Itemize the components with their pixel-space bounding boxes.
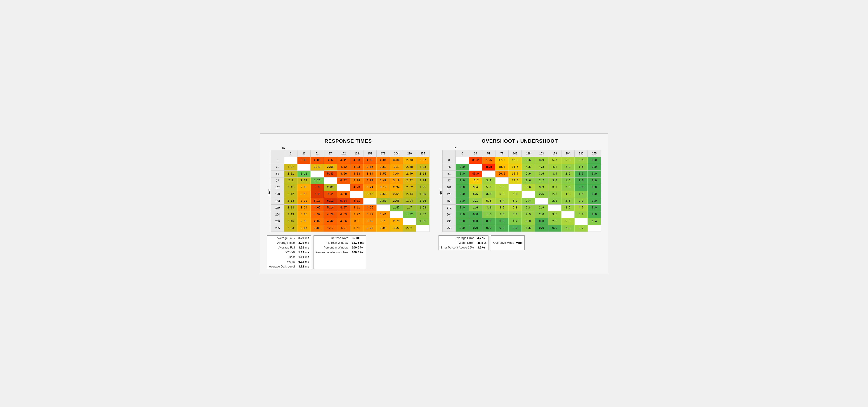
- table-cell: 3.19: [377, 184, 390, 191]
- rt-refresh-box: Refresh Rate85 HzRefresh Window11.76 msP…: [313, 236, 366, 269]
- table-cell: 4.32: [311, 211, 324, 218]
- table-cell: 1.1: [575, 191, 588, 198]
- table-cell: 3.6: [535, 170, 548, 177]
- table-row: 1020.09.45.05.85.63.93.92.30.00.0: [442, 184, 601, 191]
- col-header-26: 26: [469, 150, 482, 157]
- table-cell: 0.0: [495, 225, 508, 231]
- table-cell: 1.4: [588, 218, 601, 225]
- table-cell: 1.68: [416, 205, 430, 211]
- table-cell: 1.85: [416, 191, 430, 198]
- table-cell: 2.42: [403, 177, 416, 184]
- table-cell: 4.4: [495, 198, 508, 205]
- table-cell: 3.0: [522, 218, 535, 225]
- os-table: 0265177102128153179204230255039.227.617.…: [442, 150, 601, 232]
- table-cell: 3.18: [297, 191, 310, 198]
- table-cell: 2.8: [522, 205, 535, 211]
- stat-label: Refresh Window: [314, 240, 350, 245]
- overshoot-title: OVERSHOOT / UNDERSHOOT: [438, 138, 601, 144]
- table-cell: 2.16: [284, 218, 297, 225]
- table-cell: [403, 218, 416, 225]
- col-header-77: 77: [495, 150, 508, 157]
- table-cell: 0.0: [456, 218, 469, 225]
- table-row: 05.064.834.64.414.834.564.013.362.732.97: [271, 157, 430, 164]
- table-cell: 4.83: [311, 157, 324, 164]
- table-cell: 2.48: [403, 164, 416, 170]
- table-cell: 4.23: [350, 164, 363, 170]
- stat-value: 4.7 %: [475, 236, 488, 240]
- table-cell: 2.32: [403, 184, 416, 191]
- table-cell: 12.0: [508, 157, 522, 164]
- table-cell: 2.2: [561, 225, 575, 231]
- table-cell: 5.5: [469, 191, 482, 198]
- table-cell: [561, 211, 575, 218]
- table-cell: 0.0: [575, 184, 588, 191]
- table-cell: 2.5: [548, 218, 561, 225]
- table-cell: 4.56: [363, 157, 376, 164]
- table-cell: 2.6: [495, 211, 508, 218]
- table-cell: 0.0: [575, 170, 588, 177]
- table-cell: 4.28: [337, 191, 350, 198]
- stat-label: Percent In Window +1ms: [314, 250, 350, 255]
- table-cell: 1.76: [416, 198, 430, 205]
- table-cell: 1.11: [297, 170, 310, 177]
- table-cell: [297, 164, 310, 170]
- table-cell: 3.1: [482, 205, 495, 211]
- table-cell: 3.55: [377, 170, 390, 177]
- table-cell: 3.7: [575, 225, 588, 231]
- stat-label: Best: [267, 255, 297, 259]
- table-cell: 2.0: [535, 211, 548, 218]
- overdrive-box: Overdrive Mode VRR: [491, 236, 525, 250]
- table-cell: 3.9: [482, 177, 495, 184]
- table-cell: 0.0: [588, 211, 601, 218]
- table-cell: 4.17: [324, 225, 337, 231]
- col-header-255: 255: [416, 150, 430, 157]
- rt-stats-table: Average G2G3.29 msAverage Rise3.08 msAve…: [267, 236, 311, 269]
- table-row: 262.272.492.584.124.233.853.533.12.482.2…: [271, 164, 430, 170]
- table-cell: 17.3: [495, 157, 508, 164]
- table-cell: [456, 157, 469, 164]
- stat-row: Percent In Window100.0 %: [314, 245, 366, 250]
- table-cell: 12.3: [508, 177, 522, 184]
- row-header-204: 204: [442, 211, 456, 218]
- table-cell: 1.32: [403, 211, 416, 218]
- stat-value: 3.29 ms: [297, 236, 311, 240]
- table-cell: [548, 205, 561, 211]
- row-header-153: 153: [442, 198, 456, 205]
- table-cell: [311, 170, 324, 177]
- corner-header: [442, 150, 456, 157]
- table-cell: 4.42: [324, 218, 337, 225]
- row-header-179: 179: [271, 205, 284, 211]
- table-cell: 18.4: [495, 164, 508, 170]
- table-cell: 0.0: [456, 211, 469, 218]
- table-cell: 3.9: [535, 157, 548, 164]
- table-cell: 9.4: [469, 184, 482, 191]
- table-cell: 3.1: [390, 164, 403, 170]
- table-cell: 40.0: [469, 170, 482, 177]
- table-cell: 4.97: [337, 205, 350, 211]
- stat-row: Average Dark Level3.32 ms: [267, 264, 311, 269]
- table-cell: 3.53: [377, 164, 390, 170]
- row-header-204: 204: [271, 211, 284, 218]
- table-cell: 0.0: [588, 157, 601, 164]
- table-cell: 1.6: [469, 205, 482, 211]
- table-cell: 4.08: [350, 170, 363, 177]
- table-cell: 5.14: [324, 205, 337, 211]
- table-cell: 3.41: [350, 225, 363, 231]
- table-row: 2300.00.00.00.01.23.00.02.55.01.4: [442, 218, 601, 225]
- table-cell: 0.0: [456, 205, 469, 211]
- table-cell: 5.3: [561, 157, 575, 164]
- table-cell: 26.0: [495, 170, 508, 177]
- table-cell: [337, 184, 350, 191]
- table-cell: 2.9: [535, 205, 548, 211]
- table-cell: 5.9: [311, 191, 324, 198]
- table-row: 1280.05.53.35.85.82.52.64.21.10.0: [442, 191, 601, 198]
- table-cell: 45.8: [482, 164, 495, 170]
- stat-value: 100.0 %: [350, 250, 366, 255]
- stat-row: Error Percent Above 15%8.2 %: [439, 245, 488, 250]
- table-cell: 3.4: [548, 170, 561, 177]
- table-cell: 2.9: [522, 211, 535, 218]
- table-row: 1282.123.185.95.24.282.462.522.512.141.8…: [271, 191, 430, 198]
- stat-label: Refresh Rate: [314, 236, 350, 240]
- table-cell: 3.52: [363, 218, 376, 225]
- col-header-102: 102: [337, 150, 350, 157]
